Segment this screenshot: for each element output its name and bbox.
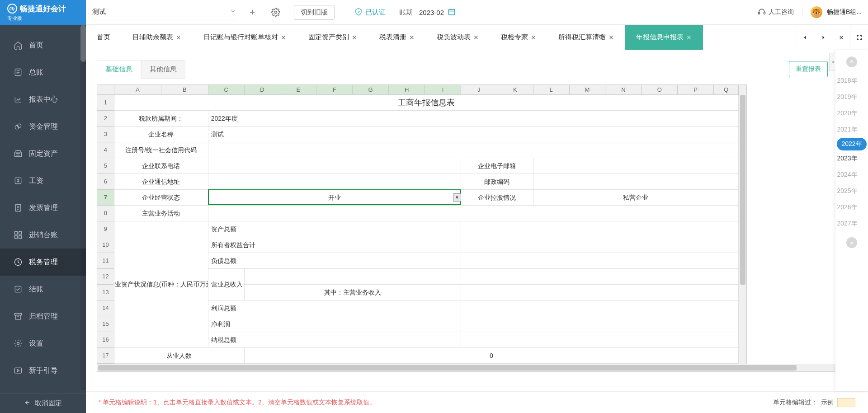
row-header[interactable]: 6 bbox=[97, 174, 114, 190]
col-header[interactable]: L bbox=[533, 85, 570, 94]
employees-label[interactable]: 从业人数 bbox=[114, 348, 245, 364]
tab-close-button[interactable] bbox=[832, 25, 850, 50]
r13-value[interactable] bbox=[461, 285, 739, 300]
sidebar-scrollbar[interactable] bbox=[80, 25, 86, 390]
row-header[interactable]: 14 bbox=[97, 300, 114, 316]
tab-fullscreen-button[interactable] bbox=[850, 25, 868, 50]
switch-old-version-button[interactable]: 切到旧版 bbox=[294, 5, 335, 20]
sheet-vertical-scrollbar-thumb[interactable] bbox=[740, 95, 745, 285]
biz-status-value[interactable]: 开业 bbox=[208, 190, 461, 206]
holding-value[interactable]: 私营企业 bbox=[533, 190, 739, 206]
row-header[interactable]: 16 bbox=[97, 332, 114, 348]
sidebar-item-assets[interactable]: 固定资产 bbox=[0, 140, 86, 167]
year-option[interactable]: 2022年 bbox=[837, 138, 866, 150]
select-all-cell[interactable] bbox=[97, 85, 114, 94]
col-header[interactable]: C bbox=[208, 85, 245, 94]
calendar-icon[interactable] bbox=[448, 8, 456, 17]
verified-badge[interactable]: 已认证 bbox=[354, 8, 386, 17]
col-header[interactable]: G bbox=[353, 85, 389, 94]
year-option[interactable]: 2021年 bbox=[837, 122, 866, 138]
col-header[interactable]: E bbox=[280, 85, 316, 94]
sheet-title[interactable]: 工商年报信息表 bbox=[114, 95, 739, 111]
company-name-label[interactable]: 企业名称 bbox=[114, 127, 208, 142]
asset-info-block-label[interactable]: 企业资产状况信息(币种：人民币万元) bbox=[114, 221, 208, 348]
sidebar-item-invoice[interactable]: 发票管理 bbox=[0, 194, 86, 221]
postcode-value[interactable] bbox=[533, 174, 739, 190]
sheet-vertical-scrollbar[interactable] bbox=[739, 84, 747, 364]
reg-no-label[interactable]: 注册号/统一社会信用代码 bbox=[114, 142, 208, 158]
r9-value[interactable] bbox=[461, 221, 739, 237]
sidebar-item-inventory[interactable]: 进销台账 bbox=[0, 221, 86, 249]
main-biz-label[interactable]: 主营业务活动 bbox=[114, 206, 208, 221]
r10-value[interactable] bbox=[461, 237, 739, 253]
col-header[interactable]: B bbox=[161, 85, 208, 94]
company-name-value[interactable]: 测试 bbox=[208, 127, 739, 142]
col-header[interactable]: M bbox=[570, 85, 606, 94]
close-icon[interactable]: ✕ bbox=[686, 34, 692, 41]
close-icon[interactable]: ✕ bbox=[473, 34, 479, 41]
col-header[interactable]: P bbox=[678, 85, 714, 94]
reg-no-value[interactable] bbox=[208, 142, 739, 158]
r10-label[interactable]: 所有者权益合计 bbox=[208, 237, 461, 253]
row-header[interactable]: 15 bbox=[97, 316, 114, 332]
address-value[interactable] bbox=[208, 174, 461, 190]
tab-5[interactable]: 税负波动表✕ bbox=[426, 25, 490, 50]
sidebar-item-close[interactable]: 结账 bbox=[0, 276, 86, 303]
r11-value[interactable] bbox=[461, 253, 739, 269]
period-value-cell[interactable]: 2022年度 bbox=[208, 111, 739, 127]
col-header[interactable]: F bbox=[316, 85, 353, 94]
row-header[interactable]: 17 bbox=[97, 348, 114, 364]
sidebar-item-funds[interactable]: 资金管理 bbox=[0, 113, 86, 140]
subtab-0[interactable]: 基础信息 bbox=[97, 60, 141, 79]
year-option[interactable]: 2025年 bbox=[837, 183, 866, 199]
col-header[interactable]: J bbox=[461, 85, 497, 94]
close-icon[interactable]: ✕ bbox=[609, 34, 614, 41]
support-button[interactable]: 人工咨询 bbox=[758, 8, 794, 17]
biz-status-label[interactable]: 企业经营状态 bbox=[114, 190, 208, 206]
tab-1[interactable]: 目辅助余额表✕ bbox=[122, 25, 193, 50]
email-label[interactable]: 企业电子邮箱 bbox=[461, 158, 533, 174]
holding-label[interactable]: 企业控股情况 bbox=[461, 190, 533, 206]
row-header[interactable]: 12 bbox=[97, 269, 114, 285]
sidebar-scrollbar-thumb[interactable] bbox=[80, 25, 86, 62]
year-option[interactable]: 2020年 bbox=[837, 105, 866, 122]
row-header[interactable]: 7 bbox=[97, 190, 114, 206]
r15-value[interactable] bbox=[461, 316, 739, 332]
year-down-button[interactable] bbox=[846, 237, 857, 248]
unpin-button[interactable]: 取消固定 bbox=[0, 393, 86, 413]
sidebar-item-ledger[interactable]: 总账 bbox=[0, 59, 86, 86]
row-header[interactable]: 8 bbox=[97, 206, 114, 221]
phone-label[interactable]: 企业联系电话 bbox=[114, 158, 208, 174]
main-biz-value[interactable] bbox=[208, 206, 739, 221]
r13-label[interactable]: 其中：主营业务收入 bbox=[245, 285, 461, 300]
sidebar-item-archive[interactable]: 归档管理 bbox=[0, 303, 86, 330]
settings-icon-button[interactable] bbox=[268, 4, 284, 20]
cell-dropdown-button[interactable]: ▼ bbox=[453, 193, 461, 202]
tab-3[interactable]: 固定资产类别✕ bbox=[297, 25, 368, 50]
avatar[interactable]: 🐯 bbox=[811, 6, 822, 18]
close-icon[interactable]: ✕ bbox=[176, 34, 181, 41]
r14-value[interactable] bbox=[461, 300, 739, 316]
row-header[interactable]: 4 bbox=[97, 142, 114, 158]
row-header[interactable]: 5 bbox=[97, 158, 114, 174]
row-header[interactable]: 10 bbox=[97, 237, 114, 253]
sidebar-item-guide[interactable]: 新手引导 bbox=[0, 357, 86, 384]
r11-label[interactable]: 负债总额 bbox=[208, 253, 461, 269]
row-header[interactable]: 2 bbox=[97, 111, 114, 127]
col-header[interactable]: O bbox=[642, 85, 678, 94]
col-header[interactable]: I bbox=[425, 85, 461, 94]
year-option[interactable]: 2027年 bbox=[837, 216, 866, 232]
col-header[interactable]: K bbox=[497, 85, 533, 94]
sidebar-item-reports[interactable]: 报表中心 bbox=[0, 86, 86, 113]
r16-label[interactable]: 纳税总额 bbox=[208, 332, 461, 348]
tab-4[interactable]: 税表清册✕ bbox=[368, 25, 426, 50]
year-option[interactable]: 2023年 bbox=[837, 150, 866, 167]
sheet-horizontal-scrollbar[interactable] bbox=[97, 364, 849, 372]
tab-0[interactable]: 首页 bbox=[86, 25, 122, 50]
reset-report-button[interactable]: 重置报表 bbox=[789, 61, 828, 77]
r16-value[interactable] bbox=[461, 332, 739, 348]
r12-merged-label[interactable]: 营业总收入 bbox=[208, 269, 245, 300]
email-value[interactable] bbox=[533, 158, 739, 174]
phone-value[interactable] bbox=[208, 158, 461, 174]
add-button[interactable] bbox=[244, 4, 260, 20]
